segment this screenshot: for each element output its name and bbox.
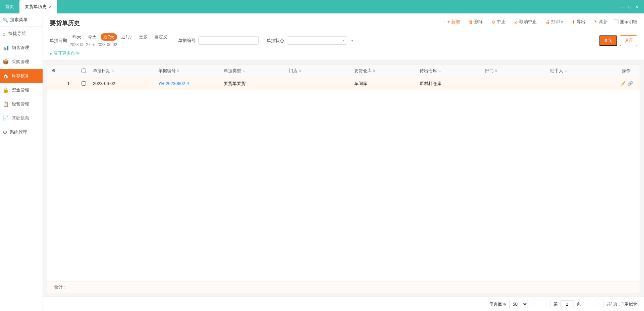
settings-button[interactable]: 设置 <box>620 35 637 46</box>
doc-link[interactable]: YH-20230602-4 <box>158 81 189 86</box>
th-store[interactable]: 门店 ⇅ <box>286 68 352 74</box>
shortcut-today[interactable]: 今天 <box>85 33 99 41</box>
page-input[interactable] <box>560 300 574 308</box>
sidebar-item-purchase[interactable]: 📦 采购管理 <box>0 55 43 69</box>
table-header: ⚙ 单据日期 ⇅ 单据编号 ⇅ 单据类型 ⇅ <box>47 64 640 77</box>
first-page-button[interactable]: « <box>531 300 539 308</box>
select-all-checkbox[interactable] <box>82 69 86 73</box>
shortcut-1month[interactable]: 近1月 <box>118 33 135 41</box>
th-date[interactable]: 单据日期 ⇅ <box>90 68 156 74</box>
sidebar-item-basic[interactable]: 📄 基础信息 <box>0 111 43 125</box>
td-ops: 📝 🔗 <box>613 81 640 86</box>
expand-more-button[interactable]: ▾ 展开更多条件 <box>50 50 637 56</box>
plus-icon: ＋ <box>442 19 446 25</box>
sidebar-item-operation[interactable]: 📋 经营管理 <box>0 97 43 111</box>
status-filter-group: 单据状态 ▾ <box>267 36 353 45</box>
delete-button[interactable]: 🗑 删除 <box>466 17 486 26</box>
export-icon: ⬆ <box>572 19 575 25</box>
sidebar-search[interactable]: 🔍 搜索菜单 <box>0 13 43 27</box>
settings-icon[interactable]: ⚙ <box>52 68 56 73</box>
per-page-select[interactable]: 50 20 100 <box>509 300 528 308</box>
doc-number-input[interactable] <box>198 36 259 45</box>
sidebar-item-finance[interactable]: 🔒 资金管理 <box>0 83 43 97</box>
th-wait-warehouse[interactable]: 待出仓库 ⇅ <box>417 68 482 74</box>
close-button[interactable]: ✕ <box>635 4 639 9</box>
sort-docno-icon: ⇅ <box>177 69 179 73</box>
td-num: 1 <box>60 81 77 86</box>
date-filter-group: 单据日期 昨天 今天 近7天 近1月 更多 自定义 2023-05-27 至 2… <box>50 33 170 48</box>
sort-handler-icon: ⇅ <box>564 69 567 73</box>
display-detail-toggle[interactable]: 显示明细 <box>614 19 637 25</box>
expand-label: 展开更多条件 <box>53 50 79 56</box>
expand-icon: ▾ <box>50 51 52 56</box>
status-select[interactable] <box>287 36 347 45</box>
sidebar-item-sales[interactable]: 📊 销售管理 <box>0 41 43 55</box>
search-icon: 🔍 <box>3 17 8 23</box>
refresh-button[interactable]: ↻ 刷新 <box>591 17 610 26</box>
th-settings[interactable]: ⚙ <box>47 68 60 73</box>
tab-home[interactable]: 首页 <box>0 0 19 13</box>
top-bar: 首页 要货单历史 ✕ ─ □ ✕ <box>0 0 644 13</box>
inventory-icon: 🏠 <box>3 73 9 79</box>
sort-doctype-icon: ⇅ <box>242 69 245 73</box>
shortcut-yesterday[interactable]: 昨天 <box>70 33 84 41</box>
th-req-warehouse[interactable]: 要货仓库 ⇅ <box>352 68 417 74</box>
td-docno[interactable]: YH-20230602-4 <box>156 81 221 86</box>
stop-button[interactable]: ⊘ 中止 <box>489 17 508 26</box>
next-page-button[interactable]: › <box>584 300 592 308</box>
summary-row: 合计： <box>47 281 640 293</box>
filter-area: 单据日期 昨天 今天 近7天 近1月 更多 自定义 2023-05-27 至 2… <box>43 29 644 61</box>
sidebar-item-system[interactable]: ⚙ 系统管理 <box>0 125 43 139</box>
status-label: 单据状态 <box>267 38 284 44</box>
page-label: 页 <box>577 301 581 307</box>
maximize-button[interactable]: □ <box>628 4 631 9</box>
th-check[interactable] <box>77 69 90 73</box>
sidebar-item-inventory[interactable]: 🏠 库存核算 <box>0 69 43 83</box>
table-area: ⚙ 单据日期 ⇅ 单据编号 ⇅ 单据类型 ⇅ <box>47 64 640 293</box>
minimize-button[interactable]: ─ <box>621 4 624 9</box>
stop-icon: ⊘ <box>492 19 495 25</box>
sidebar-item-label: 资金管理 <box>12 87 29 93</box>
cancel-stop-icon: ⊘ <box>514 19 518 25</box>
purchase-icon: 📦 <box>3 59 9 65</box>
sort-wait-warehouse-icon: ⇅ <box>438 69 441 73</box>
th-docno[interactable]: 单据编号 ⇅ <box>156 68 221 74</box>
th-doctype[interactable]: 单据类型 ⇅ <box>221 68 286 74</box>
sidebar-item-label: 经营管理 <box>12 101 29 107</box>
delete-icon: 🗑 <box>469 19 473 25</box>
sidebar: 🔍 搜索菜单 ⌂ 快捷导航 📊 销售管理 📦 采购管理 🏠 库存核算 🔒 资金管… <box>0 13 43 311</box>
row-checkbox[interactable] <box>82 81 86 86</box>
th-dept[interactable]: 部门 ⇅ <box>482 68 548 74</box>
shortcut-7days[interactable]: 近7天 <box>101 33 117 41</box>
display-detail-checkbox[interactable] <box>614 19 619 24</box>
date-range-display: 2023-05-27 至 2023-06-02 <box>70 42 170 48</box>
tab-requisition-history[interactable]: 要货单历史 ✕ <box>19 0 57 13</box>
sort-req-warehouse-icon: ⇅ <box>373 69 375 73</box>
edit-icon[interactable]: 📝 <box>620 81 625 86</box>
system-icon: ⚙ <box>3 129 7 135</box>
sidebar-item-label: 基础信息 <box>12 115 29 121</box>
cancel-stop-button[interactable]: ⊘ 取消中止 <box>512 17 539 26</box>
prev-page-button[interactable]: ‹ <box>542 300 551 308</box>
th-ops: 操作 <box>613 68 640 74</box>
shortcut-more[interactable]: 更多 <box>136 33 150 41</box>
tab-close-icon[interactable]: ✕ <box>49 5 52 9</box>
per-page-label: 每页显示 <box>489 301 506 307</box>
delete-row-icon[interactable]: 🔗 <box>627 81 633 86</box>
th-handler[interactable]: 经手人 ⇅ <box>547 68 613 74</box>
query-button[interactable]: 查询 <box>599 35 617 46</box>
operation-icon: 📋 <box>3 101 9 107</box>
export-button[interactable]: ⬆ 导出 <box>569 17 588 26</box>
sidebar-item-quick-nav[interactable]: ⌂ 快捷导航 <box>0 27 43 41</box>
td-wait-warehouse: 原材料仓库 <box>417 81 482 87</box>
shortcut-custom[interactable]: 自定义 <box>152 33 170 41</box>
last-page-button[interactable]: » <box>595 300 604 308</box>
new-button[interactable]: ＋ + 新增 <box>439 17 463 26</box>
page-header: 要货单历史 ＋ + 新增 🗑 删除 ⊘ 中止 ⊘ 取消中止 <box>43 13 644 29</box>
td-check[interactable] <box>77 81 90 86</box>
total-info: 共1页，1条记录 <box>606 301 637 307</box>
status-select-wrapper <box>287 36 347 45</box>
print-button[interactable]: 🖨 打印 ▾ <box>543 17 566 26</box>
page-title: 要货单历史 <box>50 19 80 27</box>
print-dropdown-icon[interactable]: ▾ <box>561 20 563 24</box>
